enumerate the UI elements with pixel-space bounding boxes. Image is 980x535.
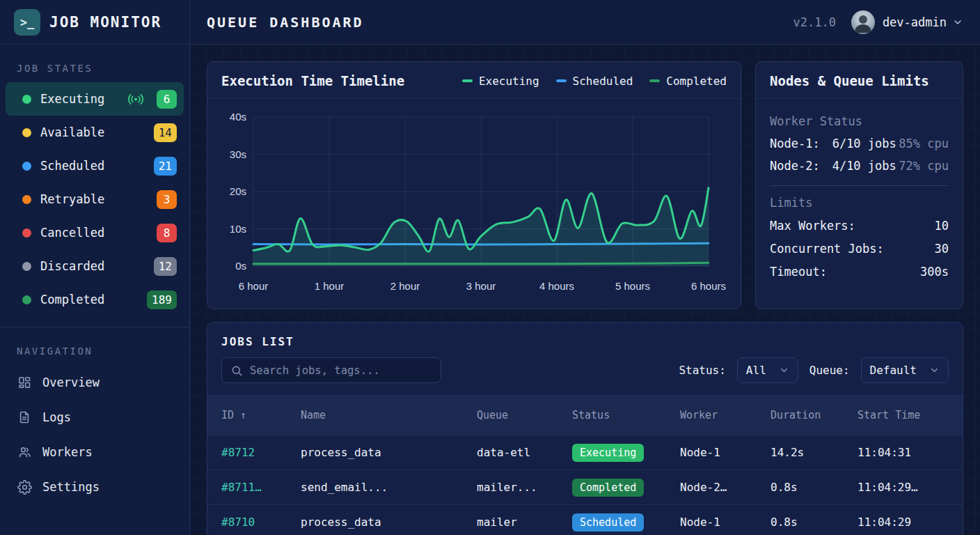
job-id-link[interactable]: #8712 <box>221 446 301 459</box>
navigation-section-label: NAVIGATION <box>17 346 173 357</box>
state-count-badge: 6 <box>157 90 177 109</box>
column-header-start-time[interactable]: Start Time <box>858 409 963 421</box>
legend-swatch <box>556 79 567 82</box>
sidebar-state-discarded[interactable]: Discarded12 <box>6 249 184 283</box>
sidebar-state-cancelled[interactable]: Cancelled8 <box>6 216 184 249</box>
app-logo: >_ JOB MONITOR <box>0 0 189 45</box>
job-status-cell: Completed <box>572 479 680 497</box>
jobs-search[interactable] <box>221 357 441 383</box>
state-dot <box>22 95 31 104</box>
svg-text:1 hour: 1 hour <box>315 280 345 292</box>
column-header-id[interactable]: ID ↑ <box>221 409 301 421</box>
users-icon <box>17 444 32 460</box>
legend-item-scheduled[interactable]: Scheduled <box>556 75 633 88</box>
legend-label: Scheduled <box>573 75 633 88</box>
sidebar-item-settings[interactable]: Settings <box>0 470 189 504</box>
chart-legend: ExecutingScheduledCompleted <box>462 75 727 88</box>
limit-row: Concurrent Jobs:30 <box>770 242 949 256</box>
legend-label: Executing <box>479 75 539 88</box>
top-bar: QUEUE DASHBOARD v2.1.0 dev-admin <box>190 0 980 45</box>
timeline-chart: 6 hour1 hour2 hour3 hour4 hours5 hours6 … <box>213 100 731 301</box>
column-header-queue[interactable]: Queue <box>477 409 572 421</box>
state-count-badge: 14 <box>154 123 177 142</box>
search-icon <box>230 364 243 377</box>
legend-swatch <box>462 79 473 82</box>
job-duration: 0.8s <box>770 515 858 529</box>
user-menu[interactable]: dev-admin <box>883 15 947 29</box>
jobs-list-card: JOBS LIST Status:AllQueue:Default ID ↑Na… <box>207 322 963 535</box>
job-duration: 0.8s <box>770 481 858 494</box>
state-dot <box>22 195 31 204</box>
nav-item-label: Workers <box>42 445 93 459</box>
sidebar-state-retryable[interactable]: Retryable3 <box>6 183 184 216</box>
table-row[interactable]: #8711…send_email...mailer...CompletedNod… <box>207 470 963 504</box>
table-row[interactable]: #8710process_datamailerScheduledNode-10.… <box>207 504 963 535</box>
job-name: send_email... <box>301 481 477 494</box>
status-badge: Completed <box>572 479 644 497</box>
status-badge: Scheduled <box>572 513 644 532</box>
state-label: Cancelled <box>40 226 104 240</box>
legend-item-completed[interactable]: Completed <box>649 75 727 88</box>
sidebar-state-available[interactable]: Available14 <box>6 116 184 149</box>
job-duration: 14.2s <box>770 446 858 459</box>
job-id-link[interactable]: #8710 <box>221 515 301 529</box>
job-queue: mailer... <box>477 481 572 494</box>
chevron-down-icon <box>779 365 789 375</box>
jobs-filters: Status:AllQueue:Default <box>679 357 949 383</box>
worker-status-list: Node-1:6/10 jobs85% cpuNode-2:4/10 jobs7… <box>770 137 949 173</box>
filter-select-queue[interactable]: Default <box>861 357 949 383</box>
jobs-table-body: #8712process_datadata-etlExecutingNode-1… <box>207 435 963 535</box>
column-header-name[interactable]: Name <box>301 409 477 421</box>
worker-name: Node-1: <box>770 137 820 150</box>
job-worker: Node-1 <box>680 515 770 529</box>
sidebar-item-overview[interactable]: Overview <box>0 365 189 400</box>
state-dot <box>22 262 31 271</box>
worker-jobs: 4/10 jobs <box>832 159 896 173</box>
job-states-section-label: JOB STATES <box>17 63 173 74</box>
state-label: Completed <box>40 293 104 307</box>
table-row[interactable]: #8712process_datadata-etlExecutingNode-1… <box>207 435 963 470</box>
column-header-worker[interactable]: Worker <box>680 409 770 421</box>
sidebar-item-workers[interactable]: Workers <box>0 435 189 470</box>
job-id-link[interactable]: #8711… <box>221 481 301 494</box>
job-states-list: Executing6Available14Scheduled21Retryabl… <box>0 82 189 316</box>
sidebar-state-completed[interactable]: Completed189 <box>6 283 184 316</box>
app-title: JOB MONITOR <box>49 14 161 31</box>
worker-name: Node-2: <box>770 159 820 173</box>
state-count-badge: 8 <box>157 224 177 242</box>
live-broadcast-icon <box>127 93 145 105</box>
gear-icon <box>17 479 32 495</box>
limit-value: 300s <box>920 265 949 279</box>
limits-label: Limits <box>770 196 949 210</box>
sidebar-state-scheduled[interactable]: Scheduled21 <box>6 149 184 183</box>
filter-select-status[interactable]: All <box>737 357 798 383</box>
sidebar-state-executing[interactable]: Executing6 <box>6 82 184 116</box>
svg-text:30s: 30s <box>230 148 246 160</box>
chevron-down-icon <box>952 17 963 28</box>
search-input[interactable] <box>250 364 432 377</box>
column-header-duration[interactable]: Duration <box>770 409 858 421</box>
filter-label-status: Status: <box>679 364 725 377</box>
svg-text:6 hours: 6 hours <box>691 280 726 292</box>
navigation-list: OverviewLogsWorkersSettings <box>0 365 189 504</box>
job-worker: Node-1 <box>680 446 770 459</box>
limit-label: Max Workers: <box>770 219 855 233</box>
svg-text:6 hour: 6 hour <box>239 280 269 292</box>
sidebar-item-logs[interactable]: Logs <box>0 400 189 435</box>
job-status-cell: Executing <box>572 444 680 462</box>
worker-status-label: Worker Status <box>770 114 949 128</box>
column-header-status[interactable]: Status <box>572 409 680 421</box>
page-title: QUEUE DASHBOARD <box>207 14 364 31</box>
state-label: Executing <box>40 92 104 106</box>
nav-item-label: Overview <box>42 375 100 389</box>
grid-icon <box>17 375 32 390</box>
job-status-cell: Scheduled <box>572 513 680 532</box>
job-start-time: 11:04:31 <box>858 446 963 459</box>
svg-text:20s: 20s <box>230 185 246 197</box>
svg-text:10s: 10s <box>230 223 246 235</box>
user-avatar[interactable] <box>851 10 875 34</box>
legend-swatch <box>649 79 660 82</box>
legend-item-executing[interactable]: Executing <box>462 75 539 88</box>
main-content: Execution Time Timeline ExecutingSchedul… <box>190 45 980 535</box>
legend-label: Completed <box>666 75 727 88</box>
